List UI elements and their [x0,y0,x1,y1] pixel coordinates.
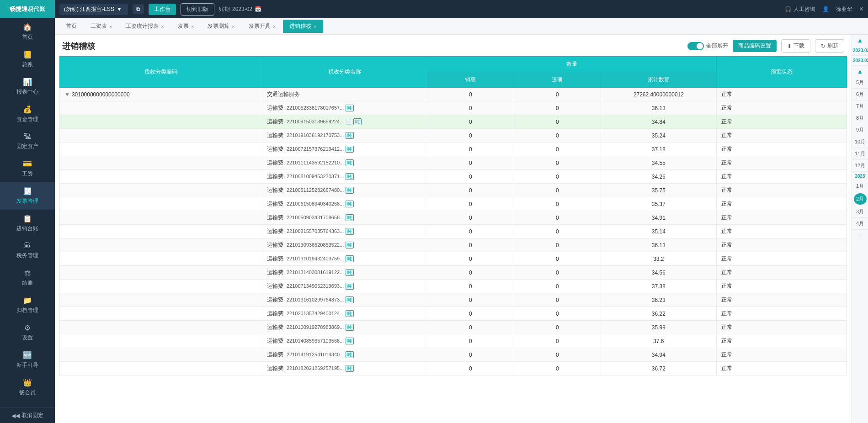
cell-tax-name: 运输费 2210021557035764363... 吨 [262,225,427,238]
sidebar-item-guide[interactable]: 🆕 新手引导 [0,346,55,374]
workspace-button[interactable]: 工作台 [149,4,176,15]
calendar-icon[interactable]: 📅 [255,6,261,12]
tab-close-icon[interactable]: × [109,24,112,29]
month-11[interactable]: 11月 [852,148,868,160]
guide-icon: 🆕 [23,351,32,360]
sidebar-item-label: 报表中心 [16,88,38,96]
right-panel: ▲ 2023.02 2023.02 ▲ 5月 6月 7月 8月 9月 10月 1… [852,35,868,423]
cell-total: 36.13 [601,238,716,252]
tab-salary-table[interactable]: 工资表 × [84,20,118,33]
sidebar-unpin-button[interactable]: ◀◀ 取消固定 [0,407,55,423]
cell-sales: 0 [427,238,514,252]
topbar-right: 🎧 人工咨询 👤 徐亚华 × [785,5,863,13]
expand-toggle[interactable]: 全部展开 [687,42,728,50]
month-5[interactable]: 5月 [852,77,868,89]
refresh-btn[interactable]: ↻ 刷新 [815,39,844,53]
sidebar-item-sales-ledger[interactable]: 📋 进销台账 [0,210,55,237]
cell-tax-code [60,252,262,266]
cell-purchase: 0 [514,115,601,129]
tab-close-icon[interactable]: × [273,24,276,29]
sidebar-item-label: 固定资产 [16,143,38,150]
col-purchase-header: 进项 [514,72,601,88]
download-btn[interactable]: ⬇ 下载 [781,39,810,53]
tab-close-icon[interactable]: × [232,24,234,29]
cell-tax-code [60,321,262,334]
col-tax-name-header: 税收分类名称 [262,57,427,88]
tax-icon: 🏛 [24,242,31,250]
toggle-track[interactable] [687,42,704,50]
cell-purchase: 0 [514,307,601,321]
scroll-up-inner[interactable]: ▲ [852,66,868,77]
sidebar-item-salary[interactable]: 💳 工资 [0,155,55,182]
cell-sales: 0 [427,252,514,266]
cell-status: 正常 [717,225,847,238]
tab-salary-report[interactable]: 工资统计报表 × [119,20,170,33]
tab-invoice-calc[interactable]: 发票测算 × [201,20,241,33]
sidebar-item-ledger[interactable]: 📒 总账 [0,46,55,73]
user-avatar: 👤 [822,6,829,12]
toggle-label: 全部展开 [706,42,728,50]
row-name: 运输费 [267,146,283,152]
month-12[interactable]: 12月 [852,160,868,172]
month-1[interactable]: 1月 [852,180,868,192]
cell-purchase: 0 [514,348,601,362]
tab-invoice-open[interactable]: 发票开具 × [242,20,282,33]
settings-btn[interactable]: 商品编码设置 [733,40,777,52]
month-10[interactable]: 10月 [852,136,868,148]
cell-total: 35.24 [601,129,716,143]
cell-total: 36.72 [601,362,716,375]
table-row: 运输费 2210081009453230371... 吨0034.26正常 [60,170,847,184]
scroll-up-btn[interactable]: ▲ [852,35,868,46]
switch-version-button[interactable]: 切到旧版 [181,3,214,16]
table-row: ▼3010000000000000000交通运输服务0027262.400000… [60,88,847,101]
tab-close-icon[interactable]: × [161,24,164,29]
page-title: 进销稽核 [62,41,95,52]
month-2-active[interactable]: 2月 [854,193,867,205]
support-link[interactable]: 🎧 人工咨询 [785,5,815,13]
month-8[interactable]: 8月 [852,112,868,124]
cell-status: 正常 [717,280,847,293]
sidebar-item-home[interactable]: 🏠 首页 [0,18,55,46]
month-3[interactable]: 3月 [852,206,868,218]
copy-button[interactable]: ⧉ [133,4,144,14]
sidebar-item-member[interactable]: 👑 畅会员 [0,374,55,401]
cell-tax-name: 运输费 2210141912541014340... 吨 [262,348,427,362]
cell-tax-name: 交通运输服务 [262,88,427,101]
cell-sales: 0 [427,129,514,143]
sidebar-item-assets[interactable]: 🏗 固定资产 [0,128,55,155]
sidebar-item-funds[interactable]: 💰 资金管理 [0,100,55,128]
sidebar-item-settings[interactable]: ⚙ 设置 [0,319,55,346]
month-4[interactable]: 4月 [852,218,868,230]
sidebar-item-settlement[interactable]: ⚖ 结账 [0,264,55,291]
close-button[interactable]: × [859,5,863,13]
tab-home[interactable]: 首页 [59,20,83,33]
tab-invoice[interactable]: 发票 × [171,20,200,33]
tab-sales-audit[interactable]: 进销稽核 × [283,20,323,33]
ledger-icon: 📒 [23,50,32,59]
user-name[interactable]: 徐亚华 [836,5,852,13]
cell-sales: 0 [427,348,514,362]
cell-tax-code [60,225,262,238]
sidebar-item-archive[interactable]: 📁 归档管理 [0,291,55,319]
sidebar-item-reports[interactable]: 📊 报表中心 [0,73,55,100]
invoice-icon: 🧾 [23,187,32,196]
cell-purchase: 0 [514,238,601,252]
sidebar-item-invoice[interactable]: 🧾 发票管理 [0,182,55,210]
tab-close-icon[interactable]: × [314,24,316,29]
month-7[interactable]: 7月 [852,100,868,112]
cell-tax-name: 运输费 2210100919278983869... 吨 [262,321,427,334]
row-name: 运输费 [267,132,283,138]
table-wrapper: 税收分类编码 税收分类名称 数量 预警状态 销项 进项 累计数额 ▼301000… [55,56,852,423]
tab-close-icon[interactable]: × [191,24,194,29]
month-6[interactable]: 6月 [852,89,868,100]
unit-badge: 吨 [346,201,354,207]
company-selector[interactable]: (勿动) 江西报宝-LSS ▼ [59,4,128,15]
salary-icon: 💳 [23,159,32,168]
sidebar-item-tax[interactable]: 🏛 税务管理 [0,237,55,264]
cell-total: 36.13 [601,101,716,115]
month-9[interactable]: 9月 [852,124,868,136]
tab-label: 工资表 [91,22,107,30]
expand-icon[interactable]: ▼ [64,91,70,98]
sub-code: 2210182021269257195... [287,365,344,371]
cell-status: 正常 [717,238,847,252]
